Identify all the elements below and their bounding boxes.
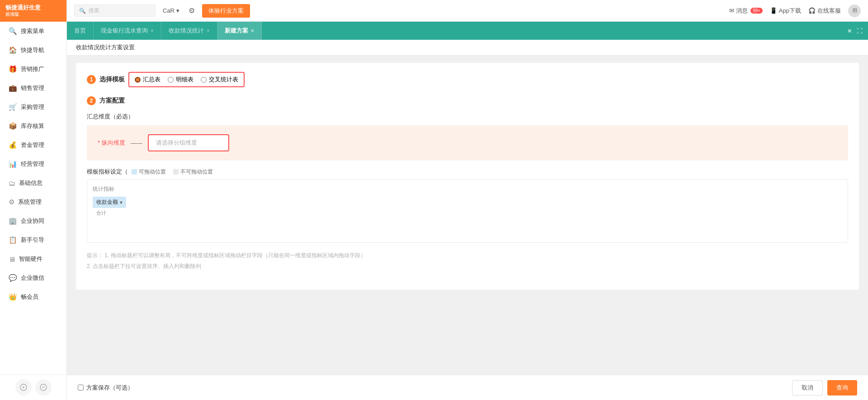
template-radio-cross[interactable]: 交叉统计表 <box>201 75 238 84</box>
header-right: ✉ 消息 99+ 📱 App下载 🎧 在线客服 用 <box>729 5 861 17</box>
sidebar-bottom <box>0 374 66 400</box>
legend-movable-label: 可拖动位置 <box>139 168 166 176</box>
legend-fixed-label: 不可拖动位置 <box>180 168 213 176</box>
search-placeholder: 搜索 <box>89 7 99 14</box>
sidebar-item-search[interactable]: 🔍 搜索菜单 <box>0 22 66 41</box>
content-area: 收款情况统计方案设置 1 选择模板 汇总表 <box>67 40 868 400</box>
step2-num: 2 <box>87 96 96 105</box>
page-body: 1 选择模板 汇总表 明细表 <box>67 56 868 375</box>
radio-label-cross: 交叉统计表 <box>209 75 238 84</box>
money-icon: 💰 <box>9 141 17 149</box>
metrics-legend: 可拖动位置 不可拖动位置 <box>132 168 213 176</box>
sidebar-item-enterprise[interactable]: 🏢 企业协同 <box>0 212 66 231</box>
avatar-text: 用 <box>852 7 857 14</box>
tab-close-icon[interactable]: × <box>151 28 154 34</box>
box-icon: 📦 <box>9 122 17 130</box>
search-icon: 🔍 <box>9 27 17 35</box>
sidebar-item-hardware[interactable]: 🖥 智能硬件 <box>0 249 66 268</box>
config-card: 1 选择模板 汇总表 明细表 <box>76 63 859 290</box>
search-icon: 🔍 <box>79 8 86 14</box>
metric-tag-collection-amount[interactable]: 收款金额 ▾ <box>93 197 126 208</box>
sidebar-item-system[interactable]: ⚙ 系统管理 <box>0 193 66 212</box>
sidebar-item-member[interactable]: 👑 畅会员 <box>0 287 66 306</box>
sidebar-label: 库存核算 <box>21 122 44 130</box>
dimension-section-title: 汇总维度（必选） <box>87 113 848 121</box>
save-checkbox-label[interactable]: 方案保存（可选） <box>78 384 133 392</box>
dropdown-label: CaR <box>163 7 175 14</box>
sidebar-item-wechat[interactable]: 💬 企业微信 <box>0 268 66 287</box>
app-download-button[interactable]: 📱 App下载 <box>770 7 801 15</box>
cancel-button[interactable]: 取消 <box>792 380 823 395</box>
template-radio-summary[interactable]: 汇总表 <box>135 75 160 84</box>
window-maximize-icon[interactable]: ⛶ <box>857 28 863 34</box>
user-avatar[interactable]: 用 <box>848 5 861 17</box>
dimension-row: * 纵向维度 —— 请选择分组维度 <box>98 134 837 151</box>
template-radio-detail[interactable]: 明细表 <box>168 75 193 84</box>
tab-close-icon[interactable]: × <box>207 28 210 34</box>
step2-title: 方案配置 <box>99 97 125 105</box>
tab-bank[interactable]: 现金银行流水查询 × <box>94 22 161 40</box>
tab-home[interactable]: 首页 <box>67 22 94 40</box>
customer-support-button[interactable]: 🎧 在线客服 <box>808 7 841 15</box>
sidebar-item-purchase[interactable]: 🛒 采购管理 <box>0 98 66 117</box>
sidebar-label: 企业协同 <box>21 217 44 225</box>
tab-close-icon[interactable]: × <box>251 28 254 34</box>
step1-header: 1 选择模板 汇总表 明细表 <box>87 72 848 87</box>
metric-label: 收款金额 <box>96 198 118 206</box>
sidebar-item-inventory[interactable]: 📦 库存核算 <box>0 117 66 136</box>
support-label: 在线客服 <box>817 7 841 15</box>
sidebar-item-finance[interactable]: 💰 资金管理 <box>0 136 66 155</box>
tab-collection[interactable]: 收款情况统计 × <box>161 22 217 40</box>
main-area: 🔍 搜索 CaR ▾ ⚙ 体验行业方案 ✉ 消息 99+ 📱 App下载 🎧 在… <box>67 0 868 400</box>
sidebar-item-operation[interactable]: 📊 经营管理 <box>0 155 66 174</box>
legend-fixed: 不可拖动位置 <box>173 168 213 176</box>
tab-actions: ✕ ⛶ <box>842 22 868 40</box>
dimension-arrow: —— <box>131 140 142 146</box>
fixed-dot <box>173 169 179 174</box>
monitor-icon: 🖥 <box>9 255 15 263</box>
page-title: 收款情况统计方案设置 <box>67 40 868 56</box>
window-close-icon[interactable]: ✕ <box>847 28 852 34</box>
download-label: App下载 <box>779 7 801 15</box>
sidebar-item-sales[interactable]: 💼 销售管理 <box>0 79 66 98</box>
radio-label-summary: 汇总表 <box>143 75 160 84</box>
cart-icon: 🛒 <box>9 103 17 111</box>
sidebar-collapse-icon[interactable] <box>35 379 52 395</box>
sidebar-label: 新手引导 <box>21 236 44 244</box>
sidebar-item-marketing[interactable]: 🎁 营销推广 <box>0 60 66 79</box>
gear-icon: ⚙ <box>9 198 14 206</box>
dimension-select[interactable]: 请选择分组维度 <box>148 134 229 151</box>
sidebar-item-quicknav[interactable]: 🏠 快捷导航 <box>0 41 66 60</box>
step1-title: 选择模板 <box>99 75 125 84</box>
sidebar-label: 基础信息 <box>19 179 42 187</box>
tab-new-plan[interactable]: 新建方案 × <box>217 22 262 40</box>
tips-section: 提示： 1. 拖动标题栏可以调整布局，不可跨维度或指标区域拖动栏目字段（只能在同… <box>87 250 848 272</box>
sidebar-item-guide[interactable]: 📋 新手引导 <box>0 231 66 249</box>
tab-label: 收款情况统计 <box>169 27 204 35</box>
sidebar-item-basicinfo[interactable]: 🗂 基础信息 <box>0 174 66 193</box>
dimension-placeholder: 请选择分组维度 <box>156 139 197 146</box>
save-label: 方案保存（可选） <box>86 384 133 392</box>
sidebar-label: 销售管理 <box>21 84 44 92</box>
tab-bar: 首页 现金银行流水查询 × 收款情况统计 × 新建方案 × ✕ ⛶ <box>67 22 868 40</box>
movable-dot <box>132 169 137 174</box>
header-dropdown[interactable]: CaR ▾ <box>163 7 179 14</box>
sidebar-expand-icon[interactable] <box>15 379 32 395</box>
notification-button[interactable]: ✉ 消息 99+ <box>729 7 763 15</box>
industry-plan-button[interactable]: 体验行业方案 <box>202 4 250 18</box>
save-checkbox[interactable] <box>78 385 84 391</box>
header-search-box[interactable]: 🔍 搜索 <box>74 5 156 17</box>
folder-icon: 🗂 <box>9 179 15 187</box>
sidebar-logo: 畅捷通好生意 标准版 <box>0 0 66 22</box>
sidebar: 畅捷通好生意 标准版 🔍 搜索菜单 🏠 快捷导航 🎁 营销推广 💼 销售管理 🛒… <box>0 0 67 400</box>
step2-header: 2 方案配置 <box>87 96 848 105</box>
settings-icon[interactable]: ⚙ <box>189 6 195 15</box>
query-button[interactable]: 查询 <box>827 380 857 395</box>
logo-badge: 标准版 <box>5 11 41 18</box>
sidebar-label: 畅会员 <box>21 293 38 301</box>
logo-text: 畅捷通好生意 <box>5 4 41 11</box>
row-dimension-label: * 纵向维度 <box>98 139 125 147</box>
metrics-header: 模板指标设定（ 可拖动位置 不可拖动位置 <box>87 168 848 176</box>
sidebar-label: 搜索菜单 <box>21 27 44 35</box>
sidebar-label: 采购管理 <box>21 103 44 111</box>
